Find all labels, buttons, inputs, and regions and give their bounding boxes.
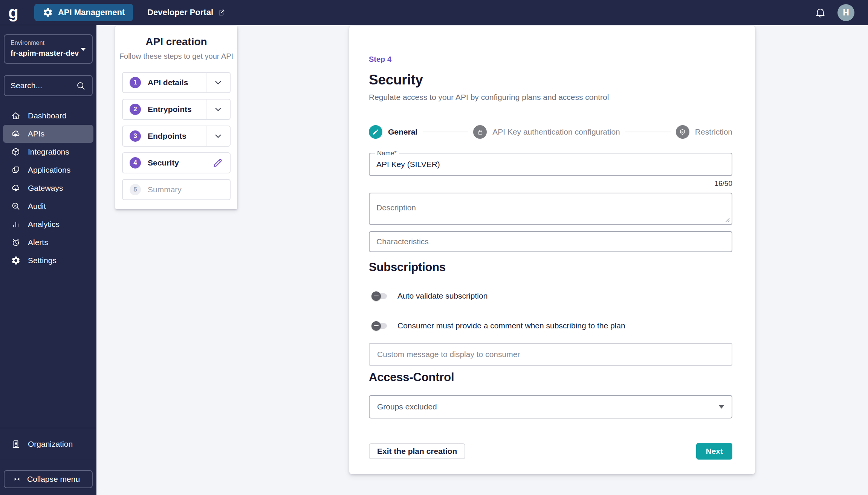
developer-portal-label: Developer Portal bbox=[147, 8, 213, 17]
chevron-down-icon bbox=[213, 104, 223, 114]
expand-step-button[interactable] bbox=[206, 73, 230, 92]
cube-icon bbox=[11, 147, 21, 157]
name-char-counter: 16/50 bbox=[369, 179, 732, 188]
footer-actions: Exit the plan creation Next bbox=[369, 443, 732, 460]
next-button[interactable]: Next bbox=[696, 443, 732, 460]
step-label: Summary bbox=[148, 185, 182, 194]
access-control-heading: Access-Control bbox=[369, 371, 732, 384]
sidebar-item-label: APIs bbox=[28, 129, 44, 138]
search-input[interactable] bbox=[11, 81, 76, 90]
sidebar-item-applications[interactable]: Applications bbox=[3, 161, 93, 179]
sidebar-item-apis[interactable]: APIs bbox=[3, 125, 93, 143]
sidebar-item-label: Integrations bbox=[28, 147, 69, 156]
api-management-label: API Management bbox=[58, 8, 125, 17]
comment-required-label: Consumer must provide a comment when sub… bbox=[397, 321, 625, 330]
pencil-icon bbox=[212, 157, 223, 169]
description-textarea[interactable] bbox=[370, 193, 732, 224]
sidebar-item-label: Audit bbox=[28, 202, 46, 211]
alarm-icon bbox=[11, 238, 21, 247]
divider bbox=[0, 460, 96, 460]
api-management-button[interactable]: API Management bbox=[34, 4, 133, 21]
name-input[interactable] bbox=[370, 153, 732, 175]
applications-icon bbox=[11, 165, 21, 175]
comment-required-toggle-row: Consumer must provide a comment when sub… bbox=[373, 321, 732, 330]
sidebar-search bbox=[4, 75, 93, 96]
sidebar-item-label: Organization bbox=[28, 440, 73, 449]
wizard-title: API creation bbox=[115, 36, 237, 48]
toggle-thumb bbox=[371, 291, 381, 301]
chevron-down-icon bbox=[213, 78, 223, 87]
stepper-general[interactable]: General bbox=[369, 125, 417, 139]
gravitee-logo[interactable]: g bbox=[8, 5, 18, 20]
stepper-connector bbox=[423, 132, 468, 132]
step-label: API details bbox=[148, 78, 188, 87]
home-icon bbox=[11, 111, 21, 121]
step-label: Entrypoints bbox=[148, 105, 192, 114]
collapse-menu-label: Collapse menu bbox=[27, 475, 80, 484]
external-link-icon bbox=[217, 8, 226, 17]
environment-label: Environment bbox=[11, 40, 86, 46]
step-label: Endpoints bbox=[148, 132, 186, 141]
expand-step-button[interactable] bbox=[206, 100, 230, 119]
environment-selector[interactable]: Environment fr-apim-master-dev bbox=[4, 34, 93, 64]
stepper-api-key-config[interactable]: API Key authentication configuration bbox=[473, 125, 620, 139]
user-avatar[interactable]: H bbox=[837, 4, 854, 21]
resize-handle-icon[interactable] bbox=[724, 217, 730, 222]
wizard-step-api-details[interactable]: 1 API details bbox=[122, 72, 231, 93]
auto-validate-toggle[interactable] bbox=[373, 293, 387, 299]
stepper-label: API Key authentication configuration bbox=[492, 127, 620, 136]
stepper-restriction[interactable]: Restriction bbox=[676, 125, 732, 139]
characteristics-input[interactable] bbox=[370, 232, 732, 251]
sidebar: Environment fr-apim-master-dev Dashboard… bbox=[0, 25, 96, 495]
caret-down-icon bbox=[719, 405, 724, 411]
step-number-badge: 5 bbox=[130, 184, 141, 195]
gear-badge-icon bbox=[43, 7, 53, 18]
sidebar-item-settings[interactable]: Settings bbox=[3, 251, 93, 270]
api-creation-panel: API creation Follow these steps to get y… bbox=[115, 26, 237, 209]
sidebar-nav: Dashboard APIs Integrations Applications… bbox=[0, 107, 96, 270]
sidebar-item-gateways[interactable]: Gateways bbox=[3, 179, 93, 197]
expand-step-button[interactable] bbox=[206, 126, 230, 146]
groups-excluded-select[interactable]: Groups excluded bbox=[369, 395, 732, 418]
groups-excluded-label: Groups excluded bbox=[377, 402, 437, 411]
plan-stepper: General API Key authentication configura… bbox=[369, 125, 732, 139]
sidebar-item-dashboard[interactable]: Dashboard bbox=[3, 107, 93, 125]
sidebar-item-integrations[interactable]: Integrations bbox=[3, 143, 93, 161]
sidebar-item-analytics[interactable]: Analytics bbox=[3, 215, 93, 233]
subscriptions-heading: Subscriptions bbox=[369, 261, 732, 274]
comment-required-toggle[interactable] bbox=[373, 323, 387, 329]
collapse-icon bbox=[13, 475, 21, 483]
environment-value: fr-apim-master-dev bbox=[11, 49, 86, 58]
cloud-gateway-icon bbox=[11, 183, 21, 193]
bell-icon bbox=[815, 7, 826, 18]
wizard-steps: 1 API details 2 Entrypoints 3 Endpoints bbox=[122, 72, 231, 200]
wizard-step-security[interactable]: 4 Security bbox=[122, 152, 231, 173]
cloud-gear-icon bbox=[11, 129, 21, 139]
pencil-icon bbox=[369, 125, 382, 139]
sidebar-item-audit[interactable]: Audit bbox=[3, 197, 93, 215]
step-number-badge: 2 bbox=[130, 104, 141, 115]
sidebar-item-label: Alerts bbox=[28, 238, 48, 247]
edit-step-button[interactable] bbox=[206, 153, 230, 173]
name-field-label: Name* bbox=[375, 150, 399, 157]
step-number-badge: 3 bbox=[130, 130, 141, 142]
sidebar-item-label: Analytics bbox=[28, 220, 60, 229]
sidebar-item-alerts[interactable]: Alerts bbox=[3, 233, 93, 251]
custom-message-input[interactable] bbox=[370, 344, 732, 365]
bar-chart-icon bbox=[11, 219, 21, 229]
shield-icon bbox=[676, 125, 689, 139]
wizard-step-endpoints[interactable]: 3 Endpoints bbox=[122, 126, 231, 147]
stepper-connector bbox=[625, 132, 671, 132]
notifications-button[interactable] bbox=[815, 7, 826, 18]
characteristics-field bbox=[369, 231, 732, 252]
wizard-step-summary: 5 Summary bbox=[122, 179, 231, 200]
search-icon bbox=[76, 81, 86, 91]
exit-plan-creation-button[interactable]: Exit the plan creation bbox=[369, 443, 465, 459]
collapse-menu-button[interactable]: Collapse menu bbox=[4, 470, 93, 488]
wizard-step-entrypoints[interactable]: 2 Entrypoints bbox=[122, 99, 231, 120]
sidebar-item-organization[interactable]: Organization bbox=[0, 428, 96, 460]
sidebar-item-label: Settings bbox=[28, 256, 57, 265]
custom-message-field bbox=[369, 343, 732, 366]
developer-portal-link[interactable]: Developer Portal bbox=[147, 8, 226, 17]
page-title: Security bbox=[369, 72, 732, 88]
